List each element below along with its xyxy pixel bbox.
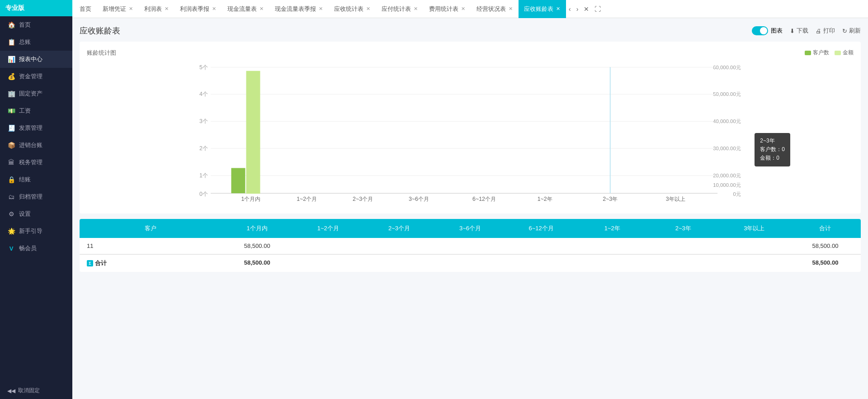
svg-text:4个: 4个 [199,91,208,97]
chart-svg-wrapper: 5个 4个 3个 2个 1个 0个 60,000.00元 50,000.00元 … [87,61,854,205]
tab-profit[interactable]: 利润表 ✕ [139,0,175,18]
tab-voucher[interactable]: 新增凭证 ✕ [97,0,139,18]
td-m36 [434,238,505,254]
sidebar-item-label: 首页 [19,21,31,29]
th-m1: 1个月内 [222,219,292,238]
tab-profit-quarter[interactable]: 利润表季报 ✕ [175,0,222,18]
th-m23: 2~3个月 [363,219,434,238]
table-row: 11 58,500.00 58,500.00 [80,238,861,254]
report-icon: 📊 [7,56,15,63]
sidebar-item-home[interactable]: 🏠 首页 [0,16,72,33]
page-title: 应收账龄表 [80,25,120,36]
close-tab-biz-status[interactable]: ✕ [509,6,513,12]
home-icon: 🏠 [7,21,15,28]
footer-label: Σ 合计 [80,255,222,272]
tab-maximize[interactable]: ⛶ [592,0,604,18]
sidebar-item-fund[interactable]: 💰 资金管理 [0,68,72,85]
toggle-track[interactable] [752,26,768,35]
sidebar-item-tax[interactable]: 🏛 税务管理 [0,154,72,171]
chart-svg: 5个 4个 3个 2个 1个 0个 60,000.00元 50,000.00元 … [87,61,854,205]
sidebar-pin-toggle[interactable]: ◀◀ 取消固定 [0,382,72,399]
th-y23: 2~3年 [648,219,719,238]
close-tab-cashflow[interactable]: ✕ [259,6,264,12]
sidebar-item-ledger[interactable]: 📋 总账 [0,33,72,51]
print-button[interactable]: 🖨 打印 [816,27,835,35]
footer-y3plus [719,255,790,272]
th-m36: 3~6个月 [434,219,505,238]
sidebar-item-label: 进销台账 [19,141,42,149]
svg-text:1个: 1个 [199,172,208,179]
tab-ar-aging[interactable]: 应收账龄表 ✕ [519,0,566,18]
tab-biz-status[interactable]: 经营状况表 ✕ [471,0,519,18]
svg-text:1~2个月: 1~2个月 [297,196,317,202]
close-tab-ap-stat[interactable]: ✕ [414,6,418,12]
svg-text:5个: 5个 [199,64,208,71]
footer-y12 [577,255,648,272]
close-tab-cashflow-quarter[interactable]: ✕ [319,6,323,12]
sidebar-item-inventory[interactable]: 📦 进销台账 [0,137,72,154]
footer-y23 [648,255,719,272]
archive-icon: 🗂 [7,193,15,200]
sidebar-item-guide[interactable]: 🌟 新手引导 [0,223,72,240]
sidebar-item-report[interactable]: 📊 报表中心 [0,51,72,68]
chart-toggle[interactable]: 图表 [752,26,783,35]
sidebar-item-close[interactable]: 🔒 结账 [0,171,72,188]
pin-icon: ◀◀ [7,388,15,394]
th-customer: 客户 [80,219,222,238]
total-label: Σ 合计 [87,259,218,267]
sidebar-item-invoice[interactable]: 🧾 发票管理 [0,119,72,137]
toggle-thumb [760,27,767,34]
tab-scroll-right[interactable]: › [574,0,581,18]
bar-customers-0 [231,168,245,193]
header-actions: 图表 ⬇ 下载 🖨 打印 ↻ 刷新 [752,26,861,35]
footer-m12 [292,255,363,272]
inventory-icon: 📦 [7,142,15,149]
tab-ar-stat[interactable]: 应收统计表 ✕ [329,0,376,18]
sidebar: 专业版 🏠 首页 📋 总账 📊 报表中心 💰 资金管理 🏢 固定资产 💵 工资 … [0,0,72,399]
close-account-icon: 🔒 [7,176,15,183]
td-y12 [577,238,648,254]
sidebar-item-salary[interactable]: 💵 工资 [0,102,72,119]
print-icon: 🖨 [816,28,821,34]
svg-text:2个: 2个 [199,145,208,152]
svg-text:1个月内: 1个月内 [241,196,260,202]
tab-scroll-left[interactable]: ‹ [566,0,574,18]
tab-expense-stat[interactable]: 费用统计表 ✕ [424,0,471,18]
legend-customers: 客户数 [805,49,829,57]
tab-cashflow-quarter[interactable]: 现金流量表季报 ✕ [269,0,329,18]
sidebar-item-label: 报表中心 [19,55,42,63]
main-content: 首页 新增凭证 ✕ 利润表 ✕ 利润表季报 ✕ 现金流量表 ✕ 现金流量表季报 … [72,0,868,399]
tab-close-all[interactable]: ✕ [581,0,592,18]
table-header: 客户 1个月内 1~2个月 2~3个月 3~6个月 6~12个月 1~2年 2~… [80,219,861,238]
svg-text:6~12个月: 6~12个月 [472,196,496,202]
sidebar-item-label: 发票管理 [19,124,42,132]
refresh-button[interactable]: ↻ 刷新 [842,27,861,35]
sidebar-item-label: 新手引导 [19,227,42,235]
close-tab-ar-stat[interactable]: ✕ [366,6,370,12]
td-m612 [506,238,577,254]
download-button[interactable]: ⬇ 下载 [790,27,808,35]
sidebar-item-settings[interactable]: ⚙ 设置 [0,205,72,223]
svg-text:2~3个月: 2~3个月 [353,196,373,202]
table-footer: Σ 合计 58,500.00 58,500.00 [80,254,861,272]
th-y12: 1~2年 [577,219,648,238]
sidebar-item-member[interactable]: V 畅会员 [0,240,72,257]
member-icon: V [7,245,15,252]
close-tab-profit-quarter[interactable]: ✕ [212,6,216,12]
legend-color-customers [805,51,811,55]
close-tab-expense-stat[interactable]: ✕ [461,6,465,12]
close-tab-voucher[interactable]: ✕ [129,6,133,12]
sidebar-item-archive[interactable]: 🗂 归档管理 [0,188,72,205]
th-total: 合计 [790,219,861,238]
close-tab-profit[interactable]: ✕ [165,6,169,12]
sidebar-item-asset[interactable]: 🏢 固定资产 [0,85,72,102]
tab-home[interactable]: 首页 [74,0,97,18]
data-table: 客户 1个月内 1~2个月 2~3个月 3~6个月 6~12个月 1~2年 2~… [80,219,861,272]
td-y3plus [719,238,790,254]
close-tab-ar-aging[interactable]: ✕ [556,6,560,12]
sidebar-item-label: 工资 [19,107,31,115]
td-total: 58,500.00 [790,238,861,254]
tab-ap-stat[interactable]: 应付统计表 ✕ [376,0,424,18]
toggle-label: 图表 [771,27,783,35]
tab-cashflow[interactable]: 现金流量表 ✕ [222,0,269,18]
